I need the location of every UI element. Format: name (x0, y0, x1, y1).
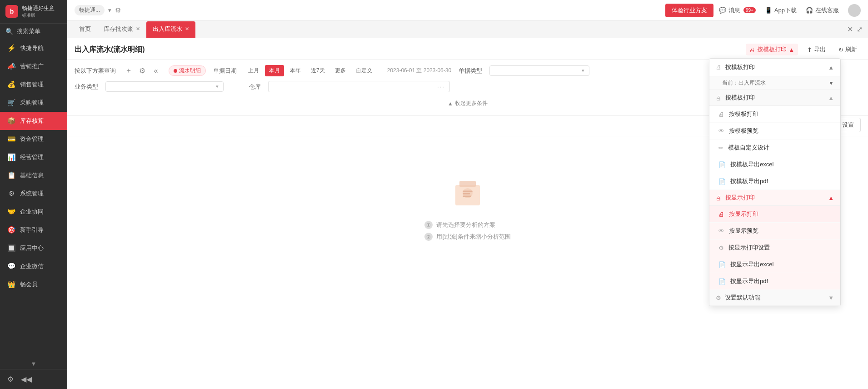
sidebar-nav: ⚡ 快捷导航 📣 营销推广 💰 销售管理 🛒 采购管理 📦 库存核算 💳 资金管… (0, 39, 67, 359)
sidebar: b 畅捷通好生意 标准版 🔍 搜索菜单 ⚡ 快捷导航 📣 营销推广 💰 销售管理… (0, 0, 67, 389)
template-excel-item[interactable]: 📄 按模板导出excel (709, 156, 840, 173)
filter-settings-icon[interactable]: ⚙ (137, 65, 148, 76)
display-print-item[interactable]: 🖨 按显示打印 (709, 206, 840, 223)
export-button[interactable]: ⬆ 导出 (803, 44, 829, 55)
export-label: 导出 (814, 45, 826, 54)
filter-collapse-icon[interactable]: « (150, 65, 161, 76)
display-preview-item[interactable]: 👁 按显示预览 (709, 223, 840, 239)
display-excel-label: 按显示导出excel (730, 260, 773, 269)
sidebar-item-operations[interactable]: 📊 经营管理 (0, 148, 67, 166)
sidebar-item-finance[interactable]: 💳 资金管理 (0, 130, 67, 148)
message-button[interactable]: 💬 消息 99+ (719, 6, 756, 15)
online-service-button[interactable]: 🎧 在线客服 (806, 6, 839, 15)
sidebar-item-label: 经营管理 (20, 153, 60, 161)
dropdown-current-label[interactable]: 当前：出入库流水 ▼ (709, 76, 840, 90)
user-name[interactable]: 畅捷通... (75, 5, 105, 15)
sidebar-item-app-center[interactable]: 🔲 应用中心 (0, 239, 67, 257)
template-print-item[interactable]: 🖨 按模板打印 (709, 106, 840, 123)
tab-in-out-flow-close[interactable]: ✕ (185, 26, 189, 32)
header-user-area: 畅捷通... ▾ ⚙ (75, 5, 660, 15)
sidebar-item-basic-info[interactable]: 📋 基础信息 (0, 166, 67, 185)
sidebar-item-label: 企业协同 (20, 208, 60, 216)
enterprise-wechat-icon: 💬 (7, 262, 15, 270)
date-btn-more[interactable]: 更多 (331, 65, 350, 76)
tab-in-out-flow[interactable]: 出入库流水 ✕ (146, 21, 195, 38)
bill-type-label: 单据类型 (459, 67, 482, 75)
sidebar-item-marketing[interactable]: 📣 营销推广 (0, 57, 67, 75)
dropdown-bottom-settings[interactable]: ⚙ 设置默认功能 ▼ (709, 290, 840, 306)
bill-type-select[interactable]: ▾ (489, 65, 589, 76)
display-print-settings-item[interactable]: ⚙ 按显示打印设置 (709, 239, 840, 256)
export-icon: ⬆ (807, 46, 812, 53)
dropdown-template-section: 🖨 按模板打印 ▲ 🖨 按模板打印 👁 按模板预览 ✏ (709, 90, 840, 190)
tab-inventory-batch[interactable]: 库存批次账 ✕ (97, 21, 146, 38)
dropdown-display-section: 🖨 按显示打印 ▲ 🖨 按显示打印 👁 按显示预览 ⚙ (709, 190, 840, 290)
page-actions: 🖨 按模板打印 ▲ ⬆ 导出 ↻ 刷新 (746, 44, 861, 55)
template-pdf-item[interactable]: 📄 按模板导出pdf (709, 173, 840, 190)
template-preview-icon: 👁 (718, 128, 724, 135)
user-dropdown-icon[interactable]: ▾ (108, 7, 111, 14)
refresh-button[interactable]: ↻ 刷新 (835, 44, 861, 55)
template-section-icon: 🖨 (716, 95, 722, 101)
date-btn-custom[interactable]: 自定义 (352, 65, 376, 76)
app-download-button[interactable]: 📱 App下载 (765, 6, 797, 15)
inventory-icon: 📦 (7, 117, 15, 125)
template-custom-label: 模板自定义设计 (728, 144, 769, 152)
sidebar-item-newbie[interactable]: 🎯 新手引导 (0, 221, 67, 239)
tab-inventory-batch-close[interactable]: ✕ (136, 26, 140, 32)
template-custom-item[interactable]: ✏ 模板自定义设计 (709, 140, 840, 156)
date-btn-last-month[interactable]: 上月 (244, 65, 263, 76)
sidebar-item-label: 应用中心 (20, 244, 60, 252)
tab-home[interactable]: 首页 (73, 21, 97, 38)
print-template-icon: 🖨 (749, 46, 755, 53)
warehouse-select[interactable]: ··· (268, 81, 450, 92)
dropdown-print-icon: 🖨 (716, 64, 722, 71)
display-excel-item[interactable]: 📄 按显示导出excel (709, 256, 840, 273)
tab-expand-icon[interactable]: ⤢ (857, 25, 863, 34)
template-print-label: 按模板打印 (729, 110, 758, 118)
operations-icon: 📊 (7, 153, 15, 161)
sidebar-search[interactable]: 🔍 搜索菜单 (0, 24, 67, 39)
filter-add-icon[interactable]: ＋ (123, 65, 134, 76)
user-avatar[interactable] (848, 4, 861, 17)
sidebar-item-enterprise-collab[interactable]: 🤝 企业协同 (0, 203, 67, 221)
sidebar-item-vip[interactable]: 👑 畅会员 (0, 275, 67, 294)
display-pdf-icon: 📄 (718, 278, 726, 285)
content: 出入库流水(流水明细) 🖨 按模板打印 ▲ ⬆ 导出 ↻ 刷新 (67, 38, 868, 389)
sidebar-item-system[interactable]: ⚙ 系统管理 (0, 185, 67, 203)
sidebar-scroll-down[interactable]: ▼ (0, 359, 67, 369)
warehouse-more-icon[interactable]: ··· (437, 83, 445, 90)
business-type-select[interactable]: ▾ (105, 81, 224, 92)
newbie-icon: 🎯 (7, 226, 15, 234)
sidebar-item-label: 企业微信 (20, 262, 60, 270)
sidebar-item-label: 营销推广 (20, 62, 60, 70)
tab-close-all-icon[interactable]: ✕ (847, 25, 853, 34)
display-pdf-item[interactable]: 📄 按显示导出pdf (709, 273, 840, 290)
display-section-arrow: ▲ (828, 194, 834, 201)
header-gear-icon[interactable]: ⚙ (115, 6, 121, 15)
date-btn-7days[interactable]: 近7天 (307, 65, 329, 76)
dropdown-up-arrow[interactable]: ▲ (828, 64, 834, 71)
settings-icon[interactable]: ⚙ (7, 375, 14, 384)
business-type-label: 业务类型 (75, 83, 98, 91)
date-btn-this-month[interactable]: 本月 (265, 65, 284, 76)
sidebar-item-quick-nav[interactable]: ⚡ 快捷导航 (0, 39, 67, 57)
sidebar-item-purchase[interactable]: 🛒 采购管理 (0, 94, 67, 112)
print-template-button[interactable]: 🖨 按模板打印 ▲ (746, 44, 798, 55)
bottom-settings-icon: ⚙ (716, 294, 721, 301)
trial-button[interactable]: 体验行业方案 (665, 4, 713, 17)
sidebar-item-enterprise-wechat[interactable]: 💬 企业微信 (0, 257, 67, 275)
business-type-arrow: ▾ (216, 84, 219, 90)
sidebar-item-sales[interactable]: 💰 销售管理 (0, 75, 67, 94)
sidebar-item-inventory[interactable]: 📦 库存核算 (0, 112, 67, 130)
collapse-sidebar-icon[interactable]: ◀◀ (21, 375, 32, 384)
date-btn-this-year[interactable]: 本年 (286, 65, 305, 76)
sidebar-item-label: 库存核算 (20, 117, 60, 125)
sidebar-item-label: 采购管理 (20, 99, 60, 107)
system-icon: ⚙ (7, 190, 15, 198)
page-container: 出入库流水(流水明细) 🖨 按模板打印 ▲ ⬆ 导出 ↻ 刷新 (67, 38, 868, 389)
filter-active-tag[interactable]: 流水明细 (169, 65, 206, 76)
display-preview-icon: 👁 (718, 228, 724, 234)
tab-bar: 首页 库存批次账 ✕ 出入库流水 ✕ ✕ ⤢ (67, 21, 868, 38)
template-preview-item[interactable]: 👁 按模板预览 (709, 123, 840, 140)
